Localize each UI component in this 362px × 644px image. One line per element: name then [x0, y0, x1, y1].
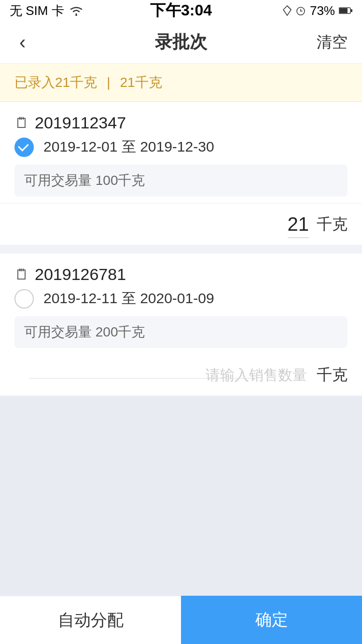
available-row-1: 可用交易量 100千克: [14, 165, 348, 196]
confirm-button[interactable]: 确定: [181, 596, 362, 644]
batch-date-1: 2019-12-01 至 2019-12-30: [43, 137, 214, 157]
battery-icon: [339, 7, 352, 14]
radio-checked-1[interactable]: [14, 138, 34, 157]
batch-date-row-2: 2019-12-11 至 2020-01-09: [0, 289, 362, 313]
wifi-icon: [69, 5, 84, 16]
info-banner: 已录入21千克 | 21千克: [0, 64, 362, 102]
available-row-2: 可用交易量 200千克: [14, 316, 348, 348]
nav-bar: ‹ 录批次 清空: [0, 21, 362, 64]
input-underline-2: [29, 378, 254, 378]
batch-item-1[interactable]: 🗒 2019112347 2019-12-01 至 2019-12-30 可用交…: [0, 102, 362, 245]
status-left: 无 SIM 卡: [10, 2, 84, 19]
batch-item-2[interactable]: 🗒 2019126781 2019-12-11 至 2020-01-09 可用交…: [0, 253, 362, 395]
svg-rect-5: [339, 8, 348, 13]
input-row-2[interactable]: 请输入销售数量 千克: [0, 355, 362, 395]
batch-header-2: 🗒 2019126781: [0, 253, 362, 289]
info-value: 21千克: [120, 73, 162, 92]
nav-title: 录批次: [155, 30, 207, 54]
info-divider: |: [107, 75, 110, 90]
radio-unchecked-2[interactable]: [14, 289, 34, 308]
batch-id-1: 2019112347: [35, 113, 126, 132]
input-unit-2: 千克: [317, 364, 348, 386]
batch-icon-2: 🗒: [14, 266, 29, 283]
location-icon: [283, 5, 292, 16]
gray-area: [0, 396, 362, 599]
bottom-bar: 自动分配 确定: [0, 596, 362, 644]
amount-unit-1: 千克: [317, 214, 348, 235]
clear-button[interactable]: 清空: [317, 32, 348, 53]
alarm-icon: [295, 5, 306, 16]
batch-date-2: 2019-12-11 至 2020-01-09: [43, 289, 214, 308]
status-right: 73%: [283, 3, 352, 18]
input-placeholder-2: 请输入销售数量: [206, 365, 307, 385]
separator-1: [0, 246, 362, 253]
batch-icon-1: 🗒: [14, 115, 29, 131]
status-time: 下午3:04: [150, 0, 212, 21]
amount-value-1: 21: [288, 213, 309, 235]
batch-date-row-1: 2019-12-01 至 2019-12-30: [0, 137, 362, 162]
batch-header-1: 🗒 2019112347: [0, 102, 362, 137]
svg-rect-4: [351, 9, 352, 12]
amount-row-1: 21 千克: [0, 203, 362, 245]
recorded-label: 已录入21千克: [14, 73, 97, 92]
batch-id-2: 2019126781: [35, 265, 126, 284]
back-button[interactable]: ‹: [14, 27, 30, 58]
battery-text: 73%: [310, 3, 335, 18]
status-bar: 无 SIM 卡 下午3:04 73%: [0, 0, 362, 21]
auto-distribute-button[interactable]: 自动分配: [0, 596, 181, 644]
carrier-text: 无 SIM 卡: [10, 2, 64, 19]
